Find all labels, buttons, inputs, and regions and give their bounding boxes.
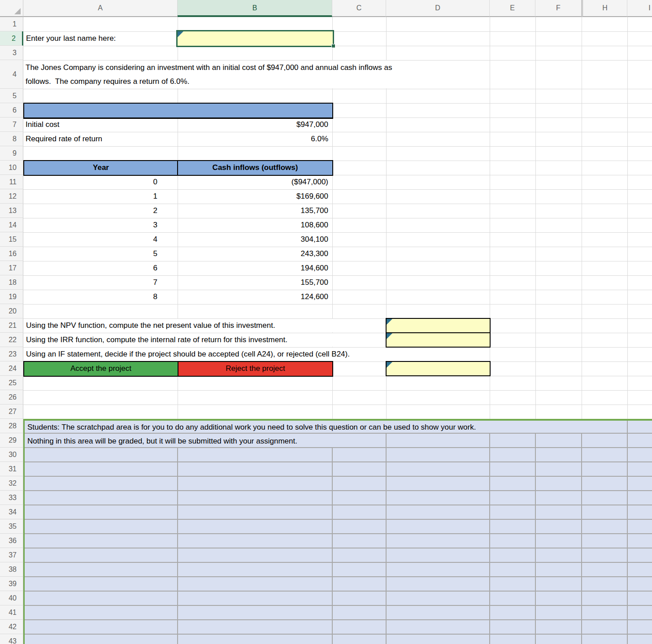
row-header-4[interactable]: 4 [0,60,23,89]
required-return-label[interactable]: Required rate of return [23,132,178,146]
initial-cost-value[interactable]: $947,000 [178,117,332,132]
cashflow-cell-3[interactable]: 108,600 [178,218,332,232]
gridline [23,390,652,391]
column-header-B[interactable]: B [178,0,332,17]
row-header-30[interactable]: 30 [0,448,23,462]
year-cell-1[interactable]: 1 [23,189,178,204]
year-cell-0[interactable]: 0 [23,175,178,189]
column-header-C[interactable]: C [332,0,386,17]
row-header-40[interactable]: 40 [0,591,23,605]
column-header-F[interactable]: F [535,0,582,17]
column-header-A[interactable]: A [23,0,178,17]
row-header-29[interactable]: 29 [0,433,23,448]
row-header-19[interactable]: 19 [0,290,23,304]
required-return-value[interactable]: 6.0% [178,132,332,146]
row-header-25[interactable]: 25 [0,376,23,390]
scratch-gridline [627,433,628,448]
row-header-24[interactable]: 24 [0,361,23,376]
npv-answer-cell[interactable] [386,318,491,333]
scratch-gridline [23,519,652,520]
row-header-3[interactable]: 3 [0,46,23,60]
year-cell-3[interactable]: 3 [23,218,178,232]
row-header-34[interactable]: 34 [0,505,23,519]
row-header-26[interactable]: 26 [0,390,23,405]
row-header-38[interactable]: 38 [0,562,23,577]
row-header-1[interactable]: 1 [0,17,23,31]
row-header-8[interactable]: 8 [0,132,23,146]
row-header-11[interactable]: 11 [0,175,23,189]
row-header-16[interactable]: 16 [0,247,23,261]
cashflow-cell-7[interactable]: 155,700 [178,275,332,290]
row-header-27[interactable]: 27 [0,405,23,419]
row-header-9[interactable]: 9 [0,146,23,161]
irr-answer-cell[interactable] [386,332,491,348]
column-header-H[interactable]: H [582,0,627,17]
row-header-39[interactable]: 39 [0,577,23,591]
row-header-7[interactable]: 7 [0,117,23,132]
year-cell-8[interactable]: 8 [23,290,178,304]
column-header-I[interactable]: I [627,0,652,17]
reject-project-cell[interactable]: Reject the project [178,361,333,377]
row-header-5[interactable]: 5 [0,89,23,103]
initial-cost-label[interactable]: Initial cost [23,117,178,132]
row-header-28[interactable]: 28 [0,419,23,433]
row-header-12[interactable]: 12 [0,189,23,204]
year-cell-6[interactable]: 6 [23,261,178,275]
row-header-21[interactable]: 21 [0,318,23,333]
corner-flag-icon [387,333,392,339]
if-question-text[interactable]: Using an IF statement, decide if the pro… [24,348,434,361]
select-all-corner[interactable] [0,0,23,17]
intro-line-1: The Jones Company is considering an inve… [24,61,488,74]
intro-paragraph[interactable]: The Jones Company is considering an inve… [24,61,488,88]
year-cell-5[interactable]: 5 [23,247,178,261]
scratchpad-area[interactable]: Students: The scratchpad area is for you… [23,419,652,644]
cashflow-cell-0[interactable]: ($947,000) [178,175,332,189]
row-header-2[interactable]: 2 [0,31,23,46]
row-header-31[interactable]: 31 [0,462,23,476]
fill-handle[interactable] [331,44,335,48]
row-header-23[interactable]: 23 [0,347,23,361]
row-header-17[interactable]: 17 [0,261,23,275]
scratch-gridline [23,634,652,635]
year-cell-2[interactable]: 2 [23,204,178,218]
row-header-32[interactable]: 32 [0,476,23,491]
scratch-gridline [535,433,536,448]
blue-band-cell[interactable] [23,103,333,119]
row-header-36[interactable]: 36 [0,534,23,548]
cashflow-cell-5[interactable]: 243,300 [178,247,332,261]
cashflow-cell-6[interactable]: 194,600 [178,261,332,275]
row-header-20[interactable]: 20 [0,304,23,318]
row-header-33[interactable]: 33 [0,491,23,505]
row-header-6[interactable]: 6 [0,103,23,117]
accept-project-cell[interactable]: Accept the project [23,361,178,377]
last-name-prompt-label[interactable]: Enter your last name here: [24,31,178,46]
row-header-41[interactable]: 41 [0,605,23,620]
row-header-37[interactable]: 37 [0,548,23,562]
scratch-gridline [489,433,490,448]
cashflow-cell-4[interactable]: 304,100 [178,232,332,247]
year-column-header[interactable]: Year [23,160,178,176]
scratchpad-top-border [23,419,652,421]
cashflow-cell-1[interactable]: $169,600 [178,189,332,204]
column-header-E[interactable]: E [490,0,535,17]
npv-question-text[interactable]: Using the NPV function, compute the net … [24,319,360,332]
decision-answer-cell[interactable] [386,361,491,376]
row-header-13[interactable]: 13 [0,204,23,218]
cashflow-column-header[interactable]: Cash inflows (outflows) [177,160,333,176]
irr-question-text[interactable]: Using the IRR function, compute the inte… [24,333,378,347]
row-header-14[interactable]: 14 [0,218,23,232]
cashflow-cell-8[interactable]: 124,600 [178,290,332,304]
year-cell-4[interactable]: 4 [23,232,178,247]
row-header-35[interactable]: 35 [0,519,23,534]
column-header-D[interactable]: D [386,0,490,17]
gridline [23,304,652,305]
row-header-10[interactable]: 10 [0,161,23,175]
year-cell-7[interactable]: 7 [23,275,178,290]
cashflow-cell-2[interactable]: 135,700 [178,204,332,218]
row-header-22[interactable]: 22 [0,333,23,347]
row-header-42[interactable]: 42 [0,620,23,634]
row-header-18[interactable]: 18 [0,275,23,290]
row-header-43[interactable]: 43 [0,634,23,644]
last-name-input-cell[interactable] [176,30,334,47]
row-header-15[interactable]: 15 [0,232,23,247]
